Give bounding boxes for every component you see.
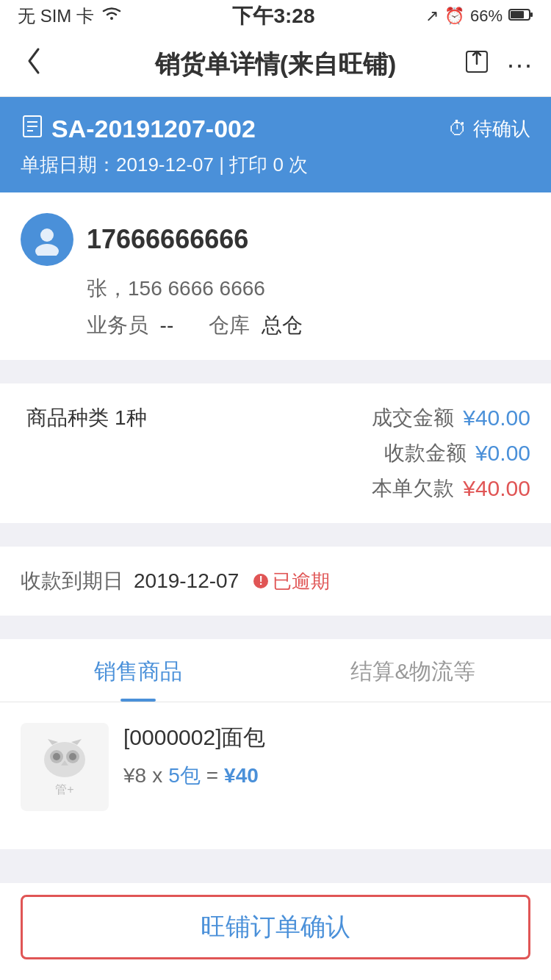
back-button[interactable] <box>18 46 50 82</box>
divider-2 <box>0 535 551 547</box>
overdue-icon: ! <box>253 574 268 588</box>
received-amount: 收款金额 ¥0.00 <box>384 439 530 467</box>
svg-point-13 <box>53 753 60 760</box>
svg-point-9 <box>35 244 59 256</box>
customer-meta: 业务员 -- 仓库 总仓 <box>87 311 530 339</box>
status-carrier: 无 SIM 卡 <box>18 4 122 28</box>
customer-phone: 17666666666 <box>87 224 248 255</box>
svg-point-10 <box>44 742 85 777</box>
customer-section: 17666666666 张，156 6666 6666 业务员 -- 仓库 总仓 <box>0 192 551 360</box>
product-price-row: ¥8 x 5包 = ¥40 <box>123 762 530 790</box>
nav-bar: 销货单详情(来自旺铺) ··· <box>0 32 551 97</box>
wifi-icon <box>101 6 122 26</box>
product-item: 管+ [0000002]面包 ¥8 x 5包 = ¥40 <box>21 723 530 811</box>
status-bar: 无 SIM 卡 下午3:28 ↗ ⏰ 66% <box>0 0 551 32</box>
due-date: 2019-12-07 <box>134 569 239 593</box>
tabs-section: 销售商品 结算&物流等 <box>0 639 551 849</box>
svg-point-8 <box>40 228 54 242</box>
divider-3 <box>0 627 551 639</box>
order-status: ⏱ 待确认 <box>448 116 530 142</box>
battery-text: 66% <box>470 7 503 26</box>
overdue-badge: ! 已逾期 <box>253 569 330 594</box>
tab-settlement[interactable]: 结算&物流等 <box>276 639 551 702</box>
product-logo <box>39 736 90 785</box>
tab-sales-product[interactable]: 销售商品 <box>0 639 276 702</box>
order-date: 单据日期：2019-12-07 | 打印 0 次 <box>21 152 530 178</box>
svg-rect-1 <box>511 11 524 18</box>
sales-label: 业务员 -- <box>87 311 173 339</box>
confirm-order-button[interactable]: 旺铺订单确认 <box>21 895 530 959</box>
owed-amount: 本单欠款 ¥40.00 <box>372 475 530 502</box>
battery-icon <box>508 7 533 26</box>
svg-rect-2 <box>530 12 533 17</box>
customer-avatar <box>21 213 73 266</box>
carrier-text: 无 SIM 卡 <box>18 4 94 28</box>
amount-summary: 成交金额 ¥40.00 收款金额 ¥0.00 本单欠款 ¥40.00 <box>372 404 530 502</box>
nav-actions: ··· <box>464 49 533 80</box>
status-indicators: ↗ ⏰ 66% <box>425 7 533 26</box>
product-info: [0000002]面包 ¥8 x 5包 = ¥40 <box>123 723 530 790</box>
product-name: [0000002]面包 <box>123 723 530 753</box>
tabs-bar: 销售商品 结算&物流等 <box>0 639 551 702</box>
clock-icon: ⏱ <box>448 118 467 140</box>
order-icon <box>21 115 44 143</box>
summary-section: 商品种类 1种 成交金额 ¥40.00 收款金额 ¥0.00 本单欠款 ¥40.… <box>0 383 551 523</box>
logo-plus-text: 管+ <box>55 782 73 798</box>
divider-1 <box>0 372 551 383</box>
due-section: 收款到期日 2019-12-07 ! 已逾期 <box>0 547 551 616</box>
warehouse-value: 总仓 <box>262 314 303 336</box>
alarm-icon: ⏰ <box>444 7 464 26</box>
product-section: 管+ [0000002]面包 ¥8 x 5包 = ¥40 <box>0 702 551 849</box>
order-header: SA-20191207-002 ⏱ 待确认 单据日期：2019-12-07 | … <box>0 97 551 192</box>
warehouse-label: 仓库 总仓 <box>209 311 303 339</box>
svg-point-14 <box>69 753 76 760</box>
deal-amount: 成交金额 ¥40.00 <box>372 404 530 432</box>
status-time: 下午3:28 <box>232 2 314 30</box>
customer-name: 张，156 6666 6666 <box>87 275 530 303</box>
page-title: 销货单详情(来自旺铺) <box>155 48 397 82</box>
sales-value: -- <box>160 314 174 336</box>
order-number: SA-20191207-002 <box>21 115 256 143</box>
product-types: 商品种类 1种 <box>21 404 147 432</box>
more-icon[interactable]: ··· <box>507 49 533 80</box>
share-icon[interactable] <box>464 49 489 80</box>
product-thumbnail: 管+ <box>21 723 109 811</box>
bottom-bar: 旺铺订单确认 <box>0 883 551 980</box>
due-label: 收款到期日 <box>21 567 123 595</box>
location-icon: ↗ <box>425 7 439 26</box>
